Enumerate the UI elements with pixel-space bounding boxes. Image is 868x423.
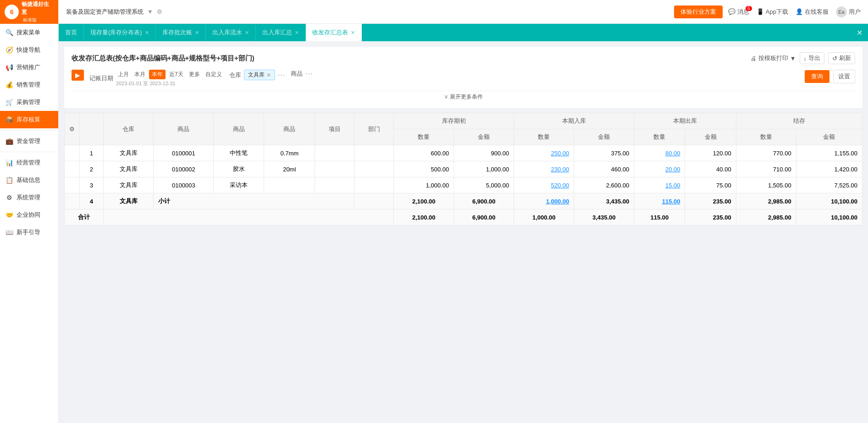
sidebar-label-sales: 销售管理 bbox=[17, 81, 40, 89]
tab-0[interactable]: 首页 bbox=[59, 24, 84, 41]
row-no: 2 bbox=[80, 161, 104, 177]
export-button[interactable]: ↓ 导出 bbox=[800, 52, 825, 64]
col-closing-header: 结存 bbox=[736, 113, 862, 129]
custom-date-btn[interactable]: 自定义 bbox=[204, 70, 224, 79]
table-wrapper: ⚙ 仓库 商品 商品 商品 项目 部门 库存期初 本期入库 本期出库 结存 bbox=[64, 113, 862, 225]
date-buttons-row: 上月 本月 本年 近7天 更多 自定义 bbox=[116, 70, 224, 79]
sidebar-item-guide[interactable]: 📖新手引导 bbox=[0, 224, 58, 241]
sidebar-item-purchase[interactable]: 🛒采购管理 bbox=[0, 93, 58, 111]
col-project-header: 项目 bbox=[315, 113, 354, 145]
row-dept bbox=[354, 145, 394, 161]
row-closing-qty: 770.00 bbox=[736, 145, 796, 161]
last-month-btn[interactable]: 上月 bbox=[116, 70, 131, 79]
tab-close-2[interactable]: ✕ bbox=[195, 30, 199, 36]
total-out-qty: 115.00 bbox=[634, 209, 685, 225]
row-out-qty[interactable]: 20.00 bbox=[634, 161, 685, 177]
expand-more-row[interactable]: ∨ 展开更多条件 bbox=[72, 91, 855, 103]
online-service-item[interactable]: 👤 在线客服 bbox=[796, 8, 829, 16]
row-goods-spec bbox=[264, 177, 315, 193]
row-opening-amt: 900.00 bbox=[454, 145, 514, 161]
warehouse-filter-group: 仓库 文具库 ✕ ··· bbox=[229, 70, 285, 80]
sidebar-item-assets[interactable]: 💼资金管理 bbox=[0, 132, 58, 150]
sidebar-item-search[interactable]: 🔍搜索菜单 bbox=[0, 24, 58, 41]
print-button[interactable]: 🖨 按模板打印 ▼ bbox=[751, 54, 796, 62]
col-settings-header[interactable]: ⚙ bbox=[65, 113, 80, 145]
experience-button[interactable]: 体验行业方案 bbox=[674, 5, 723, 18]
row-in-amt: 460.00 bbox=[574, 161, 634, 177]
tab-label-1: 现存量(库存分布表) bbox=[90, 28, 142, 37]
row-project bbox=[315, 145, 354, 161]
total-opening-qty: 2,100.00 bbox=[394, 209, 454, 225]
row-out-qty[interactable]: 15.00 bbox=[634, 177, 685, 193]
warehouse-filter-tag[interactable]: 文具库 ✕ bbox=[244, 70, 275, 80]
sidebar-item-system[interactable]: ⚙系统管理 bbox=[0, 189, 58, 206]
subtotal-out-qty[interactable]: 115.00 bbox=[634, 193, 685, 209]
row-goods-spec: 20ml bbox=[264, 161, 315, 177]
goods-filter-label: 商品 bbox=[291, 70, 303, 78]
user-label: 用户 bbox=[849, 8, 861, 16]
sidebar-item-manage[interactable]: 📊经营管理 bbox=[0, 154, 58, 171]
row-in-qty[interactable]: 250.00 bbox=[514, 145, 574, 161]
row-out-amt: 75.00 bbox=[685, 177, 736, 193]
tab-1[interactable]: 现存量(库存分布表)✕ bbox=[84, 24, 156, 41]
row-in-amt: 2,600.00 bbox=[574, 177, 634, 193]
row-in-qty[interactable]: 520.00 bbox=[514, 177, 574, 193]
sidebar-label-system: 系统管理 bbox=[17, 193, 40, 202]
tab-close-3[interactable]: ✕ bbox=[245, 30, 249, 36]
sidebar-label-quicknav: 快捷导航 bbox=[17, 46, 40, 54]
warehouse-more-icon[interactable]: ··· bbox=[278, 71, 285, 79]
refresh-button[interactable]: ↺ 刷新 bbox=[828, 52, 855, 64]
filter-toggle-button[interactable]: ▶ bbox=[72, 70, 84, 81]
sidebar-item-marketing[interactable]: 📢营销推广 bbox=[0, 59, 58, 76]
sidebar-item-quicknav[interactable]: 🧭快捷导航 bbox=[0, 41, 58, 59]
tab-label-5: 收发存汇总表 bbox=[312, 28, 348, 37]
this-year-btn[interactable]: 本年 bbox=[149, 70, 166, 79]
total-closing-amt: 10,100.00 bbox=[796, 209, 862, 225]
app-download-item[interactable]: 📱 App下载 bbox=[757, 8, 788, 16]
row-out-qty[interactable]: 80.00 bbox=[634, 145, 685, 161]
row-in-amt: 375.00 bbox=[574, 145, 634, 161]
last-7days-btn[interactable]: 近7天 bbox=[167, 70, 185, 79]
close-all-tabs-button[interactable]: ✕ bbox=[851, 28, 868, 37]
sidebar-label-purchase: 采购管理 bbox=[17, 98, 40, 106]
tab-2[interactable]: 库存批次账✕ bbox=[156, 24, 206, 41]
subtotal-warehouse: 文具库 bbox=[103, 193, 154, 209]
logo-icon: 6 bbox=[5, 5, 19, 19]
col-in-qty-header: 数量 bbox=[514, 129, 574, 145]
row-closing-amt: 1,420.00 bbox=[796, 161, 862, 177]
sidebar-label-marketing: 营销推广 bbox=[17, 63, 40, 71]
col-in-header: 本期入库 bbox=[514, 113, 634, 129]
sidebar-item-stock[interactable]: 📦库存核算 bbox=[0, 111, 58, 128]
print-icon: 🖨 bbox=[751, 55, 757, 62]
logo-text: 畅捷通好生意 标准版 bbox=[22, 0, 54, 24]
more-date-btn[interactable]: 更多 bbox=[187, 70, 202, 79]
col-goods-code-header: 商品 bbox=[154, 113, 214, 145]
tab-close-5[interactable]: ✕ bbox=[351, 30, 355, 36]
row-opening-qty: 600.00 bbox=[394, 145, 454, 161]
this-month-btn[interactable]: 本月 bbox=[133, 70, 147, 79]
settings-icon[interactable]: ⚙ bbox=[157, 8, 162, 15]
col-opening-amt-header: 金额 bbox=[454, 129, 514, 145]
user-item[interactable]: Ea 用户 bbox=[836, 6, 861, 17]
sidebar-item-sales[interactable]: 💰销售管理 bbox=[0, 76, 58, 93]
sidebar-item-corp[interactable]: 🤝企业协同 bbox=[0, 206, 58, 224]
sidebar-label-base: 基础信息 bbox=[17, 176, 40, 184]
tab-4[interactable]: 出入库汇总✕ bbox=[256, 24, 306, 41]
filter-settings-button[interactable]: 设置 bbox=[833, 70, 855, 83]
stock-icon: 📦 bbox=[6, 116, 13, 123]
row-opening-amt: 5,000.00 bbox=[454, 177, 514, 193]
row-in-qty[interactable]: 230.00 bbox=[514, 161, 574, 177]
warehouse-tag-close-icon[interactable]: ✕ bbox=[266, 72, 271, 78]
tab-close-4[interactable]: ✕ bbox=[295, 30, 299, 36]
manage-icon: 📊 bbox=[6, 159, 13, 166]
tab-5[interactable]: 收发存汇总表✕ bbox=[306, 24, 362, 41]
query-button[interactable]: 查询 bbox=[805, 70, 829, 83]
tab-3[interactable]: 出入库流水✕ bbox=[206, 24, 256, 41]
goods-more-icon[interactable]: ··· bbox=[305, 70, 313, 78]
message-item[interactable]: 💬 消息 6 bbox=[728, 8, 749, 16]
row-warehouse: 文具库 bbox=[103, 145, 154, 161]
tab-label-4: 出入库汇总 bbox=[262, 28, 292, 37]
tab-close-1[interactable]: ✕ bbox=[145, 30, 149, 36]
subtotal-in-qty[interactable]: 1,000.00 bbox=[514, 193, 574, 209]
sidebar-item-base[interactable]: 📋基础信息 bbox=[0, 171, 58, 189]
